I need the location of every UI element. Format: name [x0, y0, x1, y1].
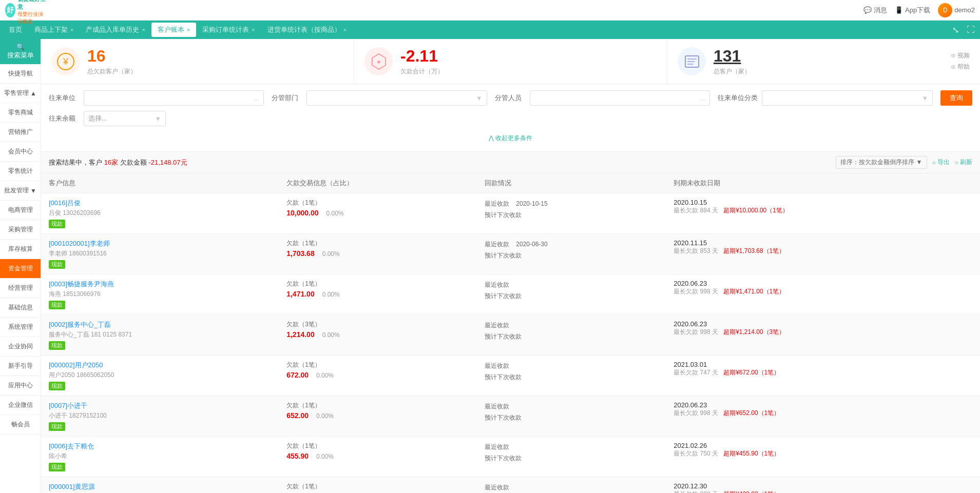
user-menu[interactable]: D demo2: [938, 3, 975, 17]
customer-name[interactable]: [0006]去下粮仓: [49, 442, 271, 451]
sidebar-item-quick-nav[interactable]: 快捷导航: [0, 64, 41, 84]
overdue-link[interactable]: 超期¥10,000.00（1笔）: [723, 207, 789, 214]
sidebar-item-operation[interactable]: 经营管理: [0, 279, 41, 298]
stats-row: ¥ 16 总欠款客户（家） ✦ -2.11 欠款合计（万）: [41, 39, 980, 84]
content-area: ¥ 16 总欠款客户（家） ✦ -2.11 欠款合计（万）: [41, 39, 980, 493]
svg-text:✦: ✦: [376, 58, 382, 66]
payment-tag: 现款: [49, 260, 65, 269]
sidebar-item-purchase[interactable]: 采购管理: [0, 220, 41, 240]
from-unit-input[interactable]: ...: [84, 90, 264, 106]
unit-category-select[interactable]: ▼: [762, 90, 933, 106]
overdue-days: 最长欠款 998 天: [674, 328, 721, 336]
person-input[interactable]: ...: [530, 90, 710, 106]
overdue-link[interactable]: 超期¥1,214.00（3笔）: [723, 328, 785, 336]
stat-card-debt-amount: ✦ -2.11 欠款合计（万）: [354, 39, 667, 84]
overdue-link[interactable]: 超期¥429.00（1笔）: [723, 490, 780, 493]
view-btn[interactable]: ⊙ 视频: [951, 51, 970, 60]
tab-restore-btn[interactable]: ⤡: [950, 25, 962, 35]
customer-name[interactable]: [0003]畅捷服务尹海燕: [49, 280, 271, 289]
sidebar-item-guide[interactable]: 新手引导: [0, 357, 41, 376]
sidebar-item-apps[interactable]: 应用中心: [0, 376, 41, 396]
result-bar: 搜索结果中，客户 16家 欠款金额 -21,148.07元 排序：按欠款金额倒序…: [41, 152, 980, 173]
customer-contact: 海燕 18513066976: [49, 290, 271, 299]
overdue-link[interactable]: 超期¥455.90（1笔）: [723, 450, 780, 457]
debt-amount[interactable]: 652.00: [286, 411, 309, 420]
debt-amount[interactable]: 1,703.68: [286, 249, 315, 258]
due-date: 2021.02.26: [674, 442, 972, 449]
sidebar-item-retail-mall[interactable]: 零售商城: [0, 103, 41, 123]
customer-name[interactable]: [0001020001]李老师: [49, 239, 271, 248]
customer-name[interactable]: [0007]小进干: [49, 401, 271, 410]
sidebar-item-inventory[interactable]: 库存核算: [0, 240, 41, 259]
sidebar-item-wholesale[interactable]: 批发管理 ▼: [0, 181, 41, 201]
debt-info-cell: 欠款（1笔） 10,000.00 0.00%: [279, 193, 477, 234]
total-customers-value[interactable]: 131: [714, 47, 751, 66]
debt-amount[interactable]: 1,471.00: [286, 290, 315, 298]
sidebar-item-basic-info[interactable]: 基础信息: [0, 298, 41, 318]
debt-info-cell: 欠款（1笔） 1,703.68 0.00%: [279, 234, 477, 274]
svg-text:¥: ¥: [62, 56, 68, 67]
overdue-link[interactable]: 超期¥652.00（1笔）: [723, 409, 780, 417]
close-icon[interactable]: ×: [187, 27, 190, 33]
filter-row-2: 往来余额 选择... ▼: [49, 111, 972, 126]
sidebar-search[interactable]: 🔍 搜索菜单: [0, 39, 41, 64]
sidebar-item-member[interactable]: 会员中心: [0, 142, 41, 162]
payment-tag: 现款: [49, 301, 65, 309]
dept-select[interactable]: ▼: [306, 90, 487, 106]
close-icon[interactable]: ×: [142, 27, 145, 33]
tab-stock-history[interactable]: 产成品入库单历史 ×: [80, 23, 151, 37]
balance-select[interactable]: 选择... ▼: [84, 111, 166, 126]
tab-purchase-order-stats[interactable]: 采购订单统计表 ×: [196, 23, 261, 37]
due-date-cell: 2020.10.15 最长欠款 884 天 超期¥10,000.00（1笔）: [666, 193, 980, 234]
recent-collection: 最近收款: [485, 442, 658, 453]
debt-label: 欠款（3笔）: [286, 320, 321, 329]
overdue-link[interactable]: 超期¥1,703.68（1笔）: [723, 247, 785, 254]
sidebar-item-system[interactable]: 系统管理: [0, 318, 41, 337]
debt-label: 欠款（1笔）: [286, 401, 321, 410]
debt-amount[interactable]: 10,000.00: [286, 209, 318, 217]
sidebar-item-retail-mgmt[interactable]: 零售管理 ▲: [0, 84, 41, 103]
customer-name[interactable]: [0002]服务中心_丁磊: [49, 320, 271, 329]
customer-info-cell: [000001]黄思源 黄思源 13552700226 现款: [41, 477, 279, 494]
sidebar-item-wechat[interactable]: 企业微信: [0, 396, 41, 415]
close-icon[interactable]: ×: [252, 27, 255, 33]
debt-amount[interactable]: 672.00: [286, 371, 309, 379]
debt-info-cell: 欠款（1笔） 455.90 0.00%: [279, 437, 477, 477]
sidebar-item-vip[interactable]: 畅会员: [0, 415, 41, 435]
export-btn[interactable]: ○ 导出: [932, 158, 950, 167]
close-icon[interactable]: ×: [343, 27, 347, 33]
customer-contact: 吕俊 13026203696: [49, 209, 271, 218]
overdue-days: 最长欠款 808 天: [674, 490, 721, 493]
filter-dept: 分管部门 ▼: [272, 90, 487, 106]
search-button[interactable]: 查询: [940, 90, 972, 106]
due-date-cell: 2020.12.30 最长欠款 808 天 超期¥429.00（1笔）: [666, 477, 980, 494]
collection-cell: 最近收款 2020-10-15 预计下次收款: [477, 193, 666, 234]
payment-tag: 现款: [49, 341, 65, 350]
app-download-btn[interactable]: 📱 App下载: [895, 6, 930, 15]
collapse-filters-btn[interactable]: ⋀ 收起更多条件: [49, 131, 972, 145]
overdue-link[interactable]: 超期¥1,471.00（1笔）: [723, 288, 785, 295]
sidebar-item-marketing[interactable]: 营销推广: [0, 123, 41, 142]
refresh-btn[interactable]: ○ 刷新: [955, 158, 972, 167]
tab-expand-btn[interactable]: ⛶: [964, 25, 977, 35]
customer-name[interactable]: [0016]吕俊: [49, 199, 271, 208]
sidebar-item-ecommerce[interactable]: 电商管理: [0, 201, 41, 220]
debt-amount[interactable]: 1,214.00: [286, 330, 315, 339]
table-header-row: 客户信息 欠款交易信息（占比） 回款情况 到期未收款日期: [41, 173, 980, 193]
help-btn[interactable]: ⊙ 帮助: [951, 63, 970, 71]
close-icon[interactable]: ×: [70, 27, 73, 33]
tab-purchase-stats-by-product[interactable]: 进货单统计表（按商品） ×: [261, 23, 353, 37]
overdue-link[interactable]: 超期¥672.00（1笔）: [723, 369, 780, 376]
main-layout: 🔍 搜索菜单 快捷导航 零售管理 ▲ 零售商城 营销推广 会员中心 零售统计 批…: [0, 39, 980, 493]
sidebar-item-enterprise[interactable]: 企业协同: [0, 337, 41, 357]
overdue-days: 最长欠款 747 天: [674, 369, 721, 376]
debt-amount[interactable]: 455.90: [286, 452, 309, 460]
sort-select[interactable]: 排序：按欠款金额倒序排序 ▼: [836, 156, 927, 169]
store-switch[interactable]: 母婴行业演示账套: [17, 11, 46, 25]
sidebar-item-retail-stats[interactable]: 零售统计: [0, 162, 41, 181]
tab-customer-ledger[interactable]: 客户账本 ×: [151, 23, 196, 37]
message-btn[interactable]: 💬 消息: [863, 6, 887, 15]
customer-name[interactable]: [000001]黄思源: [49, 482, 271, 491]
sidebar-item-finance[interactable]: 资金管理: [0, 259, 41, 279]
customer-name[interactable]: [000002]用户2050: [49, 361, 271, 370]
